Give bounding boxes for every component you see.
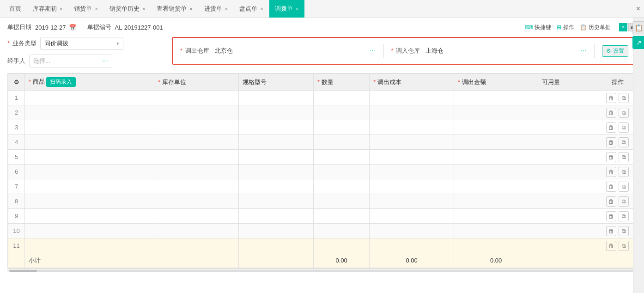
product-cell[interactable] [25, 165, 154, 179]
cost-cell[interactable] [370, 120, 454, 135]
qty-cell[interactable] [313, 224, 369, 238]
delete-row-button[interactable]: 🗑 [606, 152, 616, 162]
copy-row-button[interactable]: ⧉ [619, 108, 629, 118]
amount-cell[interactable] [454, 150, 538, 165]
shortcut-button[interactable]: ⌨ 快捷键 [525, 24, 551, 31]
copy-row-button[interactable]: ⧉ [619, 152, 629, 162]
sidebar-external-button[interactable]: ↗ [632, 36, 644, 49]
amount-cell[interactable] [454, 165, 538, 179]
copy-row-button[interactable]: ⧉ [619, 137, 629, 147]
qty-cell[interactable] [313, 135, 369, 150]
spec-cell[interactable] [238, 179, 313, 194]
qty-cell[interactable] [313, 179, 369, 194]
qty-cell[interactable] [313, 194, 369, 209]
handler-more-icon[interactable]: ··· [102, 57, 108, 65]
delete-row-button[interactable]: 🗑 [606, 182, 616, 192]
amount-cell[interactable] [454, 91, 538, 105]
unit-cell[interactable] [154, 194, 239, 209]
cost-cell[interactable] [370, 194, 454, 209]
amount-cell[interactable] [454, 135, 538, 150]
amount-cell[interactable] [454, 120, 538, 135]
settings-button[interactable]: ⚙ 设置 [602, 45, 628, 57]
spec-cell[interactable] [238, 120, 313, 135]
cost-cell[interactable] [370, 150, 454, 165]
delete-row-button[interactable]: 🗑 [606, 108, 616, 118]
copy-row-button[interactable]: ⧉ [619, 196, 629, 207]
list-view-button[interactable]: ≡ [619, 23, 627, 31]
amount-cell[interactable] [454, 179, 538, 194]
cost-cell[interactable] [370, 209, 454, 224]
tab-stocktake[interactable]: 盘点单 × [234, 0, 269, 18]
qty-cell[interactable] [313, 209, 369, 224]
copy-row-button[interactable]: ⧉ [619, 211, 629, 221]
spec-cell[interactable] [238, 135, 313, 150]
qty-cell[interactable] [313, 165, 369, 179]
amount-cell[interactable] [454, 194, 538, 209]
cost-cell[interactable] [370, 105, 454, 120]
tab-view-sales[interactable]: 查看销货单 × [151, 0, 198, 18]
cost-cell[interactable] [370, 165, 454, 179]
subtotal-product-cell[interactable] [25, 238, 154, 253]
tab-close-view-sales[interactable]: × [189, 6, 192, 12]
unit-cell[interactable] [154, 120, 239, 135]
copy-row-button[interactable]: ⧉ [619, 182, 629, 192]
copy-row-button[interactable]: ⧉ [619, 93, 629, 103]
unit-cell[interactable] [154, 179, 239, 194]
th-gear[interactable]: ⚙ [8, 74, 25, 91]
calendar-icon[interactable]: 📅 [69, 24, 76, 31]
spec-cell[interactable] [238, 150, 313, 165]
amount-cell[interactable] [454, 105, 538, 120]
spec-cell[interactable] [238, 194, 313, 209]
unit-cell[interactable] [154, 105, 239, 120]
tab-sales-history[interactable]: 销货单历史 × [104, 0, 151, 18]
cost-cell[interactable] [370, 91, 454, 105]
cost-cell[interactable] [370, 224, 454, 238]
delete-row-button[interactable]: 🗑 [606, 93, 616, 103]
tab-close-purchase[interactable]: × [225, 6, 228, 12]
qty-cell[interactable] [313, 105, 369, 120]
product-cell[interactable] [25, 194, 154, 209]
operate-button[interactable]: ⊞ 操作 [557, 24, 574, 31]
tab-close-sales[interactable]: × [95, 6, 97, 12]
unit-cell[interactable] [154, 209, 239, 224]
unit-cell[interactable] [154, 150, 239, 165]
product-cell[interactable] [25, 105, 154, 120]
copy-row-button[interactable]: ⧉ [619, 226, 629, 236]
spec-cell[interactable] [238, 105, 313, 120]
product-cell[interactable] [25, 179, 154, 194]
cost-cell[interactable] [370, 179, 454, 194]
tab-sales-order[interactable]: 销货单 × [68, 0, 103, 18]
amount-cell[interactable] [454, 224, 538, 238]
spec-cell[interactable] [238, 224, 313, 238]
unit-cell[interactable] [154, 165, 239, 179]
scrollbar-thumb[interactable] [9, 270, 37, 272]
product-cell[interactable] [25, 150, 154, 165]
history-button[interactable]: 📋 历史单据 [580, 24, 611, 31]
delete-row-button[interactable]: 🗑 [606, 241, 616, 251]
copy-row-button[interactable]: ⧉ [619, 241, 629, 251]
spec-cell[interactable] [238, 91, 313, 105]
amount-cell[interactable] [454, 209, 538, 224]
qty-cell[interactable] [313, 150, 369, 165]
product-cell[interactable] [25, 120, 154, 135]
delete-row-button[interactable]: 🗑 [606, 137, 616, 147]
tab-inventory-init[interactable]: 库存期初 × [27, 0, 68, 18]
delete-row-button[interactable]: 🗑 [606, 167, 616, 177]
spec-cell[interactable] [238, 209, 313, 224]
tab-close-inventory[interactable]: × [60, 6, 62, 12]
cost-cell[interactable] [370, 135, 454, 150]
unit-cell[interactable] [154, 91, 239, 105]
tab-close-stocktake[interactable]: × [260, 6, 263, 12]
unit-cell[interactable] [154, 135, 239, 150]
tab-close-transfer[interactable]: × [296, 6, 298, 12]
sidebar-notes-button[interactable]: 📋 [632, 21, 644, 34]
product-cell[interactable] [25, 224, 154, 238]
product-cell[interactable] [25, 209, 154, 224]
copy-row-button[interactable]: ⧉ [619, 122, 629, 133]
qty-cell[interactable] [313, 120, 369, 135]
horizontal-scrollbar[interactable] [7, 269, 637, 272]
tab-home[interactable]: 首页 [4, 0, 27, 18]
business-type-select[interactable]: 同价调拨 ▾ [40, 37, 123, 50]
product-cell[interactable] [25, 135, 154, 150]
copy-row-button[interactable]: ⧉ [619, 167, 629, 177]
